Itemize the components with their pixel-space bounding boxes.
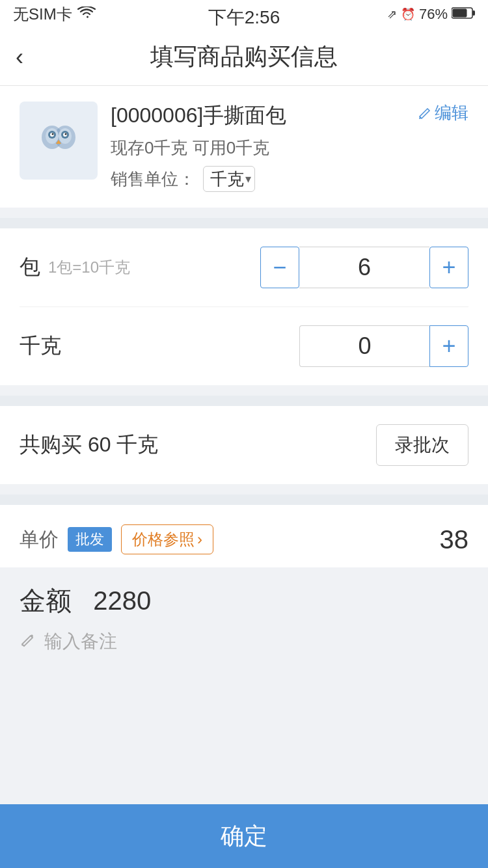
status-left: 无SIM卡 <box>13 4 96 25</box>
back-button[interactable]: ‹ <box>16 44 23 71</box>
price-value: 38 <box>440 525 469 554</box>
svg-point-12 <box>65 133 67 135</box>
kg-increment-button[interactable]: + <box>429 325 468 367</box>
package-label: 包 1包=10千克 <box>20 253 130 282</box>
product-name: [0000006]手撕面包 <box>111 102 286 130</box>
section-separator-1 <box>0 218 488 228</box>
price-label: 单价 <box>20 526 59 553</box>
status-bar: 无SIM卡 下午2:56 ⇗ ⏰ 76% <box>0 0 488 29</box>
kg-controls: + <box>299 325 468 367</box>
package-decrement-button[interactable]: − <box>260 247 299 288</box>
nav-bar: ‹ 填写商品购买信息 <box>0 29 488 86</box>
svg-rect-2 <box>453 9 467 18</box>
package-input-row: 包 1包=10千克 − + <box>20 228 468 307</box>
remark-row[interactable]: 输入备注 <box>20 629 468 654</box>
price-reference-button[interactable]: 价格参照 › <box>121 524 213 554</box>
wifi-signal-icon <box>77 5 96 23</box>
unit-select[interactable]: 千克 <box>203 166 255 192</box>
alarm-icon: ⏰ <box>401 7 415 21</box>
package-quantity-input[interactable] <box>299 247 429 288</box>
product-unit-row: 销售单位： 千克 <box>111 166 468 192</box>
confirm-button[interactable]: 确定 <box>0 804 488 868</box>
kg-label: 千克 <box>20 332 61 360</box>
product-thumbnail <box>20 102 98 180</box>
carrier-text: 无SIM卡 <box>13 4 72 25</box>
unit-select-wrapper[interactable]: 千克 <box>203 166 255 192</box>
product-stock: 现存0千克 可用0千克 <box>111 137 468 159</box>
kg-quantity-input[interactable] <box>299 325 429 367</box>
section-separator-3 <box>0 495 488 505</box>
batch-badge: 批发 <box>68 527 112 552</box>
price-row: 单价 批发 价格参照 › 38 <box>20 524 468 554</box>
kg-input-row: 千克 + <box>20 307 468 385</box>
price-ref-label: 价格参照 <box>132 529 195 550</box>
status-time: 下午2:56 <box>208 5 280 30</box>
battery-percent: 76% <box>419 6 448 23</box>
package-hint: 1包=10千克 <box>48 257 130 278</box>
package-controls: − + <box>260 247 468 288</box>
input-section: 包 1包=10千克 − + 千克 + <box>0 228 488 385</box>
edit-button[interactable]: 编辑 <box>418 102 468 124</box>
amount-row: 金额 2280 <box>20 583 468 619</box>
total-row: 共购买 60 千克 录批次 <box>0 406 488 484</box>
price-ref-arrow-icon: › <box>197 530 202 549</box>
location-icon: ⇗ <box>387 7 397 21</box>
edit-label: 编辑 <box>435 102 468 124</box>
remark-placeholder[interactable]: 输入备注 <box>44 629 117 654</box>
status-right: ⇗ ⏰ 76% <box>387 6 475 23</box>
record-batch-button[interactable]: 录批次 <box>376 424 468 466</box>
unit-label: 销售单位： <box>111 168 195 191</box>
total-text: 共购买 60 千克 <box>20 431 158 459</box>
section-separator-2 <box>0 396 488 406</box>
amount-label: 金额 <box>20 586 72 615</box>
product-card: [0000006]手撕面包 编辑 现存0千克 可用0千克 销售单位： 千克 <box>0 86 488 208</box>
amount-value: 2280 <box>93 586 151 615</box>
pencil-icon <box>20 631 36 653</box>
product-thumb-icon <box>36 118 81 164</box>
product-info: [0000006]手撕面包 编辑 现存0千克 可用0千克 销售单位： 千克 <box>111 102 468 192</box>
amount-section: 金额 2280 输入备注 <box>0 567 488 664</box>
battery-icon <box>452 6 475 23</box>
svg-rect-1 <box>472 10 475 16</box>
svg-point-11 <box>52 133 54 135</box>
price-section: 单价 批发 价格参照 › 38 <box>0 505 488 567</box>
page-title: 填写商品购买信息 <box>150 41 338 73</box>
package-increment-button[interactable]: + <box>429 247 468 288</box>
